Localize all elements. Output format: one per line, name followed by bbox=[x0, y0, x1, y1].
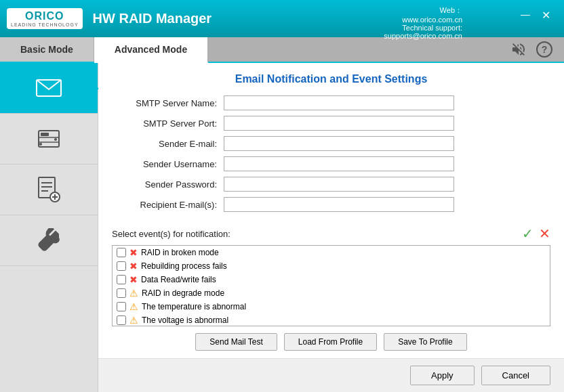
svg-point-7 bbox=[39, 143, 42, 146]
list-item: ⚠ The voltage is abnormal bbox=[113, 313, 550, 326]
help-icon[interactable]: ? bbox=[535, 40, 554, 59]
event-label-4: RAID in degrade mode bbox=[142, 288, 224, 298]
load-from-profile-button[interactable]: Load From Profile bbox=[284, 333, 377, 351]
main-layout: Email Notification and Event Settings SM… bbox=[0, 63, 564, 392]
event-checkbox-4[interactable] bbox=[117, 288, 126, 298]
event-label-2: Rebuilding process fails bbox=[141, 261, 227, 271]
list-item: ✖ Rebuilding process fails bbox=[113, 259, 550, 273]
sender-email-label: Sender E-mail: bbox=[112, 139, 224, 149]
mute-icon[interactable] bbox=[509, 40, 528, 59]
sender-email-row: Sender E-mail: bbox=[112, 136, 550, 151]
tab-advanced-mode[interactable]: Advanced Mode bbox=[94, 37, 208, 63]
action-buttons: Send Mail Test Load From Profile Save To… bbox=[112, 333, 550, 351]
close-button[interactable]: ✕ bbox=[542, 9, 550, 22]
svg-rect-6 bbox=[41, 133, 49, 136]
list-item: ⚠ The temperature is abnormal bbox=[113, 300, 550, 313]
logo-box: ORICO LEADING TECHNOLOGY bbox=[7, 8, 83, 29]
minimize-button[interactable]: — bbox=[521, 9, 530, 20]
recipient-email-row: Recipient E-mail(s): bbox=[112, 197, 550, 212]
red-x-icon-2: ✖ bbox=[129, 261, 138, 271]
sender-email-input[interactable] bbox=[224, 136, 454, 151]
apply-button[interactable]: Apply bbox=[410, 366, 475, 385]
tab-right-icons: ? bbox=[509, 37, 564, 62]
sender-username-label: Sender Username: bbox=[112, 159, 224, 169]
sidebar-item-email[interactable] bbox=[0, 63, 98, 114]
web-url: Web：www.orico.com.cn bbox=[384, 5, 462, 24]
orange-warn-icon-4: ⚠ bbox=[129, 288, 138, 299]
logo-sub-text: LEADING TECHNOLOGY bbox=[11, 22, 79, 27]
recipient-email-input[interactable] bbox=[224, 197, 454, 212]
event-checkbox-2[interactable] bbox=[117, 261, 126, 271]
tab-basic-mode[interactable]: Basic Mode bbox=[0, 37, 94, 62]
logo-orico-text: ORICO bbox=[25, 10, 64, 22]
sidebar-item-report[interactable] bbox=[0, 165, 98, 215]
title-bar: ORICO LEADING TECHNOLOGY HW RAID Manager… bbox=[0, 0, 564, 37]
events-list: ✖ RAID in broken mode ✖ Rebuilding proce… bbox=[112, 245, 550, 326]
sidebar bbox=[0, 63, 98, 392]
support-url: Technical support: supports@orico.com.cn bbox=[384, 24, 462, 40]
select-all-button[interactable]: ✓ bbox=[522, 225, 533, 242]
event-label-5: The temperature is abnormal bbox=[142, 302, 246, 311]
content-title: Email Notification and Event Settings bbox=[112, 73, 550, 85]
smtp-server-port-label: SMTP Server Port: bbox=[112, 118, 224, 129]
event-label-6: The voltage is abnormal bbox=[142, 315, 228, 325]
smtp-server-port-input[interactable] bbox=[224, 116, 454, 131]
sender-username-row: Sender Username: bbox=[112, 156, 550, 171]
smtp-server-name-row: SMTP Server Name: bbox=[112, 95, 550, 110]
sender-password-input[interactable] bbox=[224, 177, 454, 192]
orange-warn-icon-6: ⚠ bbox=[129, 315, 138, 326]
smtp-server-name-input[interactable] bbox=[224, 95, 454, 110]
event-checkbox-6[interactable] bbox=[117, 315, 126, 325]
orange-warn-icon-5: ⚠ bbox=[129, 301, 138, 312]
smtp-server-name-label: SMTP Server Name: bbox=[112, 98, 224, 108]
sender-password-label: Sender Password: bbox=[112, 179, 224, 190]
footer-buttons: Apply Cancel bbox=[98, 358, 564, 392]
smtp-server-port-row: SMTP Server Port: bbox=[112, 116, 550, 131]
app-title: HW RAID Manager bbox=[93, 11, 212, 26]
event-checkbox-5[interactable] bbox=[117, 302, 126, 311]
recipient-email-label: Recipient E-mail(s): bbox=[112, 200, 224, 210]
sender-password-row: Sender Password: bbox=[112, 177, 550, 192]
list-item: ✖ RAID in broken mode bbox=[113, 246, 550, 259]
red-x-icon-1: ✖ bbox=[129, 247, 138, 258]
tab-bar: Basic Mode Advanced Mode ? bbox=[0, 37, 564, 63]
event-label-3: Data Read/write fails bbox=[141, 275, 216, 284]
list-item: ✖ Data Read/write fails bbox=[113, 273, 550, 286]
deselect-all-button[interactable]: ✕ bbox=[539, 225, 550, 242]
event-label-1: RAID in broken mode bbox=[141, 248, 219, 257]
sender-username-input[interactable] bbox=[224, 156, 454, 171]
red-x-icon-3: ✖ bbox=[129, 274, 138, 285]
content-area: Email Notification and Event Settings SM… bbox=[98, 63, 564, 392]
events-label: Select event(s) for notification: bbox=[112, 229, 522, 239]
svg-text:?: ? bbox=[542, 44, 548, 55]
save-to-profile-button[interactable]: Save To Profile bbox=[384, 333, 467, 351]
events-header: Select event(s) for notification: ✓ ✕ bbox=[112, 225, 550, 242]
sidebar-item-tools[interactable] bbox=[0, 215, 98, 266]
sidebar-item-hdd[interactable] bbox=[0, 114, 98, 165]
event-checkbox-3[interactable] bbox=[117, 275, 126, 284]
event-checkbox-1[interactable] bbox=[117, 248, 126, 257]
cancel-button[interactable]: Cancel bbox=[481, 366, 550, 385]
svg-point-5 bbox=[54, 138, 57, 141]
send-mail-test-button[interactable]: Send Mail Test bbox=[195, 333, 277, 351]
events-check-all: ✓ ✕ bbox=[522, 225, 550, 242]
app-logo: ORICO LEADING TECHNOLOGY HW RAID Manager bbox=[7, 8, 212, 29]
list-item: ⚠ RAID in degrade mode bbox=[113, 286, 550, 300]
